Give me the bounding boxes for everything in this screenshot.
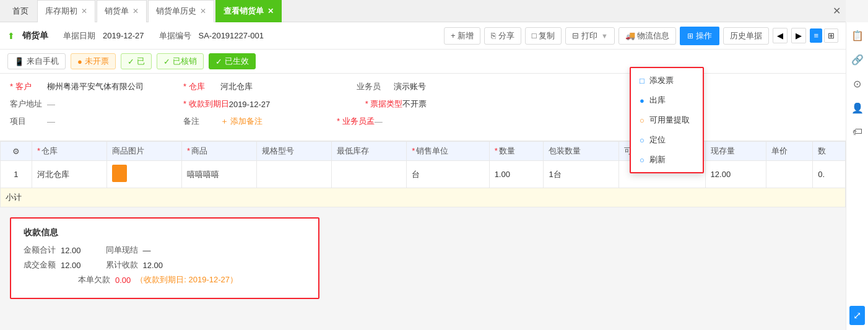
subtotal-row: 小计	[1, 188, 846, 207]
list-view-icon[interactable]: ≡	[810, 28, 822, 43]
sidebar-circle-icon[interactable]: ⊙	[851, 76, 864, 92]
warehouse-label: * 仓库	[183, 81, 220, 92]
sidebar-link-icon[interactable]: 🔗	[849, 51, 866, 68]
available-qty-item[interactable]: ○ 可用量提取	[631, 110, 703, 130]
customer-value: 柳州粤港平安气体有限公司	[47, 81, 158, 92]
doc-icon: ⬆	[7, 31, 15, 41]
col-current: 现存量	[705, 142, 766, 161]
row-num: 1	[1, 161, 32, 188]
right-sidebar: 📋 🔗 ⊙ 👤 🏷 ⤢	[846, 22, 868, 311]
locate-item[interactable]: ○ 定位	[631, 130, 703, 150]
row-min-stock	[332, 161, 407, 188]
col-gear: ⚙	[1, 142, 32, 161]
table-wrapper: ⚙ *仓库 商品图片 *商品 规格型号 最低库存 *销售单位 *数量 包装数量 …	[0, 141, 846, 207]
tab-home[interactable]: 首页	[5, 0, 36, 22]
cancelled-icon: ✓	[163, 57, 170, 66]
doc-title: 销货单	[22, 30, 48, 41]
operation-dropdown: □ 添发票 ● 出库 ○ 可用量提取 ○ 定位 ○ 刷新	[630, 67, 704, 173]
new-button[interactable]: + 新增	[444, 27, 480, 45]
row-qty: 1.00	[489, 161, 544, 188]
sales-staff-value: —	[375, 117, 486, 126]
grid-view-icon[interactable]: ⊞	[824, 28, 838, 43]
row-current: 12.00	[705, 161, 766, 188]
add-note-button[interactable]: ＋ 添加备注	[220, 116, 263, 127]
mobile-icon: 📱	[14, 57, 24, 66]
row-other: 0.	[813, 161, 846, 188]
effective-button[interactable]: ✓ 已生效	[209, 53, 256, 69]
row-product: 嘻嘻嘻嘻	[182, 161, 257, 188]
history-button[interactable]: 历史单据	[723, 27, 769, 45]
not-opened-icon: ●	[77, 57, 82, 66]
addr-value: —	[47, 100, 158, 109]
row-warehouse: 河北仓库	[32, 161, 106, 188]
staff-label: 业务员	[357, 81, 394, 92]
sidebar-user-icon[interactable]: 👤	[849, 100, 866, 116]
logistics-button[interactable]: 🚚 物流信息	[618, 27, 677, 45]
effective-icon: ✓	[215, 57, 222, 66]
warehouse-value: 河北仓库	[220, 81, 332, 92]
this-order-owed: 本单欠款 0.00 （收款到期日: 2019-12-27）	[78, 274, 238, 285]
print-button[interactable]: ⊟ 打印 ▼	[565, 27, 615, 45]
payment-info-box: 收款信息 金额合计 12.00 同单现结 — 成交金额 12.00 累计收款	[10, 217, 319, 299]
col-img: 商品图片	[106, 142, 181, 161]
cumulative-payment: 累计收款 12.00	[106, 259, 163, 271]
add-invoice-icon: □	[640, 76, 644, 85]
checked-button[interactable]: ✓ 已	[121, 53, 152, 69]
transaction-amount: 成交金额 12.00	[24, 259, 81, 271]
col-other: 数	[813, 142, 846, 161]
col-spec: 规格型号	[257, 142, 332, 161]
sidebar-tag-icon[interactable]: 🏷	[850, 124, 865, 140]
form-area: * 客户 柳州粤港平安气体有限公司 * 仓库 河北仓库 业务员 演示账号 客户地…	[0, 74, 846, 141]
same-order-settlement: 同单现结 —	[106, 245, 151, 256]
plus-icon: ＋	[220, 116, 228, 127]
project-label: 项目	[10, 116, 47, 127]
row-price	[766, 161, 812, 188]
close-tab-history[interactable]: ✕	[200, 7, 206, 15]
available-qty-icon: ○	[640, 116, 644, 125]
copy-button[interactable]: □ 复制	[525, 27, 562, 45]
row-spec	[257, 161, 332, 188]
close-tab-sales[interactable]: ✕	[132, 7, 139, 15]
payment-date-value: 2019-12-27	[229, 100, 341, 109]
total-amount: 金额合计 12.00	[24, 245, 81, 256]
close-tab-view[interactable]: ✕	[267, 7, 274, 15]
not-opened-button[interactable]: ● 未开票	[71, 53, 116, 69]
cancelled-button[interactable]: ✓ 已核销	[157, 53, 204, 69]
products-table: ⚙ *仓库 商品图片 *商品 规格型号 最低库存 *销售单位 *数量 包装数量 …	[0, 141, 846, 207]
window-close-button[interactable]: ✕	[833, 6, 841, 16]
add-invoice-item[interactable]: □ 添发票	[631, 71, 703, 90]
project-value: —	[47, 117, 158, 126]
row-pack-qty: 1台	[544, 161, 618, 188]
row-img	[106, 161, 181, 188]
check-icon: ✓	[128, 57, 134, 66]
col-product: *商品	[182, 142, 257, 161]
date-label: 单据日期	[63, 30, 95, 41]
operation-button[interactable]: ⊞ 操作	[680, 27, 719, 45]
out-warehouse-item[interactable]: ● 出库	[631, 90, 703, 110]
tab-inventory-init[interactable]: 库存期初 ✕	[37, 0, 95, 22]
status-bar: 📱 来自手机 ● 未开票 ✓ 已 ✓ 已核销 ✓ 已生效	[0, 50, 846, 74]
from-mobile-button[interactable]: 📱 来自手机	[7, 53, 66, 69]
share-button[interactable]: ⎘ 分享	[484, 27, 521, 45]
ticket-value: 不开票	[402, 98, 514, 110]
nav-next-button[interactable]: ▶	[791, 28, 806, 43]
col-pack-qty: 包装数量	[544, 142, 618, 161]
out-warehouse-icon: ●	[640, 96, 644, 105]
tab-sales-order[interactable]: 销货单 ✕	[97, 0, 147, 22]
col-min-stock: 最低库存	[332, 142, 407, 161]
tab-sales-history[interactable]: 销货单历史 ✕	[148, 0, 214, 22]
refresh-icon: ○	[640, 155, 644, 165]
tab-view-sales[interactable]: 查看销货单 ✕	[215, 0, 282, 22]
operation-grid-icon: ⊞	[687, 32, 693, 40]
sidebar-expand-icon[interactable]: ⤢	[849, 306, 865, 311]
col-qty: *数量	[489, 142, 544, 161]
payment-date-label: * 收款到期日	[183, 98, 229, 110]
view-toggle: ≡ ⊞	[810, 28, 838, 43]
addr-label: 客户地址	[10, 98, 47, 110]
refresh-item[interactable]: ○ 刷新	[631, 150, 703, 170]
sidebar-edit-icon[interactable]: 📋	[849, 27, 866, 44]
close-tab-inventory[interactable]: ✕	[81, 7, 87, 15]
nav-prev-button[interactable]: ◀	[773, 28, 788, 43]
toolbar: ⬆ 销货单 单据日期 2019-12-27 单据编号 SA-20191227-0…	[0, 22, 846, 50]
col-price: 单价	[766, 142, 812, 161]
